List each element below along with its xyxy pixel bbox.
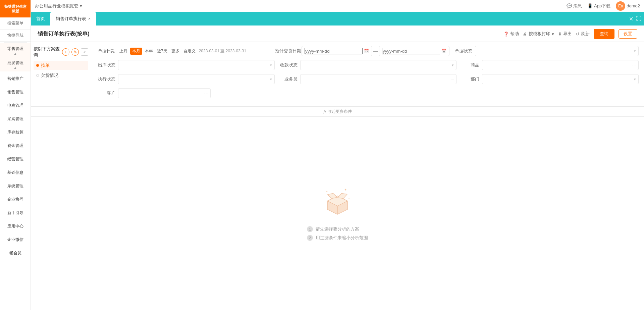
exec-status-select[interactable] <box>118 74 275 84</box>
filter-panel: 按以下方案查询 + ✎ « 按单 欠货情况 <box>31 42 644 107</box>
sidebar-divider-1 <box>4 42 27 43</box>
doc-status-select[interactable] <box>475 46 639 56</box>
tab-home[interactable]: 首页 <box>31 12 50 25</box>
empty-tip-1: 1 请先选择要分析的方案 <box>307 226 368 232</box>
filter-plan-title: 按以下方案查询 <box>34 46 62 58</box>
sidebar-item-system[interactable]: 系统管理 <box>0 179 31 192</box>
empty-state-icon: ✦ ✦ ✦ <box>321 186 354 219</box>
sidebar-item-enterprise[interactable]: 企业协同 <box>0 192 31 206</box>
dept-select[interactable] <box>482 74 639 84</box>
filter-field-delivery-status: 出库状态 <box>97 60 275 70</box>
refresh-label: 刷新 <box>581 31 590 37</box>
topbar-user[interactable]: Ea demo2 <box>616 1 640 11</box>
sidebar-item-app-center[interactable]: 应用中心 <box>0 219 31 232</box>
edit-plan-button[interactable]: ✎ <box>71 48 79 56</box>
sidebar-item-finance[interactable]: 资金管理 <box>0 139 31 152</box>
collapse-more-bar[interactable]: ⋀ 收起更多条件 <box>31 107 644 117</box>
sidebar-item-inventory[interactable]: 库存核算 <box>0 125 31 139</box>
product-input[interactable]: ··· <box>482 60 639 70</box>
topbar-title-arrow[interactable]: ▾ <box>80 3 82 8</box>
export-icon: ⬇ <box>558 32 562 37</box>
empty-tip-1-num: 1 <box>307 226 313 232</box>
plan-item-欠货情况[interactable]: 欠货情况 <box>34 71 88 80</box>
date-tab-custom[interactable]: 自定义 <box>182 48 197 55</box>
tab-close-icon[interactable]: × <box>88 16 91 21</box>
sidebar-item-guide[interactable]: 新手引导 <box>0 206 31 219</box>
sidebar-search[interactable]: 搜索菜单 <box>0 17 31 30</box>
empty-tip-2-num: 2 <box>307 235 313 241</box>
expected-date-end[interactable]: 📅 <box>379 46 449 56</box>
plan-item-欠货情况-label: 欠货情况 <box>41 72 58 79</box>
add-plan-button[interactable]: + <box>62 48 69 56</box>
print-icon: 🖨 <box>523 32 527 37</box>
print-label: 按模板打印 <box>529 31 550 37</box>
plan-item-按单-label: 按单 <box>41 62 50 68</box>
salesperson-more-icon[interactable]: ··· <box>450 77 453 81</box>
collapse-label: 收起更多条件 <box>328 109 352 114</box>
sidebar-item-member-label: 畅会员 <box>9 250 21 256</box>
date-tab-last-month[interactable]: 上月 <box>118 48 129 55</box>
help-icon: ❓ <box>503 32 509 37</box>
topbar-app-download[interactable]: 📱 App下载 <box>587 3 610 9</box>
customer-more-icon[interactable]: ··· <box>205 91 208 95</box>
payment-status-select-wrapper <box>300 60 457 70</box>
filter-plan-actions: + ✎ « <box>62 48 88 56</box>
expected-date-start[interactable]: 📅 <box>302 46 372 56</box>
date-tab-this-month[interactable]: 本月 <box>130 48 142 55</box>
filter-salesperson-label: 业务员 <box>279 76 298 82</box>
date-tab-last-7days[interactable]: 近7天 <box>156 48 169 55</box>
product-more-icon[interactable]: ··· <box>633 63 636 67</box>
sidebar-item-marketing-label: 营销推广 <box>7 76 23 82</box>
sidebar-item-marketing[interactable]: 营销推广 <box>0 71 31 85</box>
sidebar-item-purchase[interactable]: 采购管理 <box>0 112 31 125</box>
help-button[interactable]: ❓ 帮助 <box>503 31 519 37</box>
settings-button[interactable]: 设置 <box>619 29 637 39</box>
plan-item-按单[interactable]: 按单 <box>34 61 88 70</box>
empty-tip-2: 2 用过滤条件来缩小分析范围 <box>307 235 368 241</box>
sidebar-item-wholesale-arrow: ▲ <box>14 66 17 69</box>
sidebar-item-basic-info[interactable]: 基础信息 <box>0 165 31 179</box>
topbar-title-text: 办公用品行业模拟账套 <box>35 3 78 9</box>
print-arrow-icon: ▾ <box>552 32 554 37</box>
payment-status-select[interactable] <box>300 60 457 70</box>
tab-home-label: 首页 <box>36 16 45 22</box>
salesperson-input[interactable]: ··· <box>300 74 457 84</box>
filter-product-label: 商品 <box>461 62 479 68</box>
sidebar-search-label: 搜索菜单 <box>7 20 23 26</box>
print-button[interactable]: 🖨 按模板打印 ▾ <box>523 31 554 37</box>
topbar-msg[interactable]: 💬 消息 <box>567 3 582 9</box>
empty-tips: 1 请先选择要分析的方案 2 用过滤条件来缩小分析范围 <box>307 226 368 241</box>
refresh-button[interactable]: ↺ 刷新 <box>576 31 590 37</box>
expected-date-start-input[interactable] <box>305 48 363 54</box>
sidebar-item-wechat[interactable]: 企业微信 <box>0 232 31 246</box>
sidebar-quick-nav[interactable]: 快捷导航 <box>0 30 31 42</box>
page-actions: ❓ 帮助 🖨 按模板打印 ▾ ⬇ 导出 ↺ 刷新 查询 设置 <box>503 29 637 39</box>
circle-icon <box>36 74 39 77</box>
collapse-plan-button[interactable]: « <box>81 48 88 56</box>
date-tab-more[interactable]: 更多 <box>170 48 181 55</box>
filter-field-expected-date: 预计交货日期 📅 — 📅 <box>275 46 449 56</box>
topbar-app-download-label: App下载 <box>594 3 610 9</box>
date-range-text: 2023-03-01 至 2023-03-31 <box>199 48 246 54</box>
tab-expand-button[interactable]: ⛶ <box>636 16 641 22</box>
sidebar-item-sales[interactable]: 销售管理 <box>0 85 31 98</box>
date-tab-this-year[interactable]: 本年 <box>144 48 154 55</box>
sidebar-item-wholesale[interactable]: 批发管理 ▲ <box>0 57 31 71</box>
query-button[interactable]: 查询 <box>594 29 614 39</box>
sidebar-item-ecommerce[interactable]: 电商管理 <box>0 98 31 112</box>
sidebar-item-retail[interactable]: 零售管理 ▲ <box>0 43 31 57</box>
delivery-status-select[interactable] <box>118 60 275 70</box>
tab-sales-execution[interactable]: 销售订单执行表 × <box>50 12 96 25</box>
sidebar-logo-text: 畅捷通好生意 <box>4 4 26 9</box>
avatar: Ea <box>616 1 625 11</box>
sidebar-item-member[interactable]: 畅会员 <box>0 246 31 259</box>
message-icon: 💬 <box>567 3 572 8</box>
content-area: 销售订单执行表(按单) ❓ 帮助 🖨 按模板打印 ▾ ⬇ 导出 ↺ 刷新 <box>31 25 644 310</box>
expected-date-end-input[interactable] <box>382 48 440 54</box>
svg-text:✦: ✦ <box>348 198 350 200</box>
export-button[interactable]: ⬇ 导出 <box>558 31 572 37</box>
customer-input[interactable]: ··· <box>118 88 211 98</box>
sidebar-item-retail-label: 零售管理 <box>7 46 23 52</box>
sidebar-item-operations[interactable]: 经营管理 <box>0 152 31 165</box>
tab-close-all-button[interactable]: ✕ <box>629 16 633 22</box>
